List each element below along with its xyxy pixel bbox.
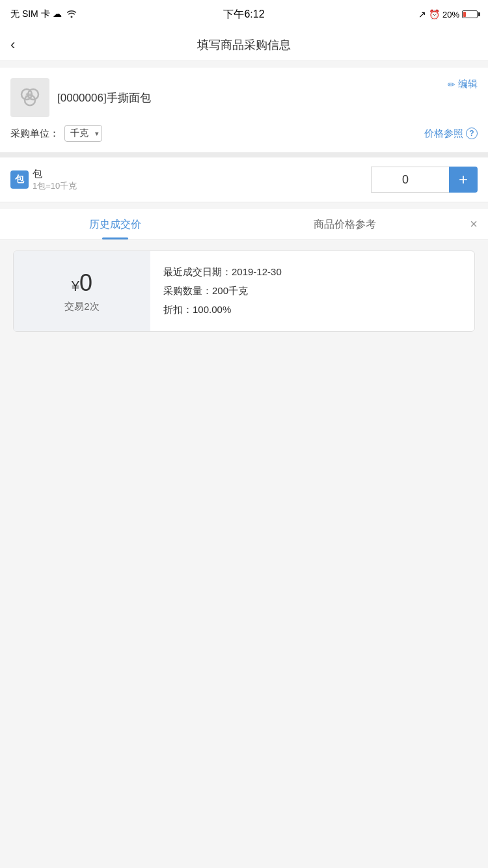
wifi-icon	[66, 9, 77, 20]
product-header: 貂 [0000006]手撕面包 ✏ 编辑	[10, 78, 478, 117]
price-ref-button[interactable]: 价格参照 ?	[424, 128, 478, 140]
back-button[interactable]: ‹	[10, 31, 20, 59]
price-amount: ¥0	[72, 269, 92, 297]
unit-hint: 1包=10千克	[33, 180, 77, 192]
recent-date-row: 最近成交日期：2019-12-30	[163, 266, 461, 278]
tabs-container: 历史成交价 商品价格参考 ×	[0, 209, 488, 240]
edit-icon: ✏	[448, 79, 455, 90]
unit-select[interactable]: 千克	[64, 125, 102, 142]
unit-badge: 包	[10, 170, 29, 189]
sim-label: 无 SIM 卡 ☁	[10, 8, 62, 20]
thin-divider	[0, 202, 488, 202]
svg-text:貂: 貂	[25, 92, 31, 98]
product-thumbnail: 貂	[10, 78, 49, 117]
status-right: ↗ ⏰ 20%	[418, 9, 478, 20]
price-left-panel: ¥0 交易2次	[14, 251, 150, 331]
quantity-plus-button[interactable]: +	[449, 167, 478, 193]
quantity-row: 包 包 1包=10千克 +	[0, 157, 488, 202]
unit-select-wrapper[interactable]: 千克	[64, 125, 102, 142]
edit-button[interactable]: ✏ 编辑	[448, 78, 478, 90]
price-right-panel: 最近成交日期：2019-12-30 采购数量：200千克 折扣：100.00%	[150, 251, 474, 331]
product-info: 貂 [0000006]手撕面包	[10, 78, 437, 117]
status-bar: 无 SIM 卡 ☁ 下午6:12 ↗ ⏰ 20%	[0, 0, 488, 29]
quantity-input-row: +	[371, 167, 478, 193]
product-name: [0000006]手撕面包	[57, 90, 151, 105]
price-card: ¥0 交易2次 最近成交日期：2019-12-30 采购数量：200千克 折扣：…	[13, 251, 475, 332]
tab-close-button[interactable]: ×	[459, 210, 488, 239]
alarm-icon: ⏰	[429, 9, 440, 20]
quantity-input[interactable]	[371, 167, 449, 193]
quantity-label: 包 包 1包=10千克	[10, 168, 77, 192]
main-content: 历史成交价 商品价格参考 × ¥0 交易2次 最近成交日期：2019-12-30…	[0, 209, 488, 664]
section-divider	[0, 152, 488, 157]
location-icon: ↗	[418, 9, 426, 20]
battery-icon	[462, 10, 478, 18]
help-icon: ?	[466, 128, 478, 139]
currency-symbol: ¥	[72, 278, 79, 294]
status-left: 无 SIM 卡 ☁	[10, 8, 77, 20]
time-display: 下午6:12	[223, 8, 264, 21]
discount-row: 折扣：100.00%	[163, 304, 461, 316]
unit-label: 采购单位： 千克	[10, 125, 102, 142]
trade-count: 交易2次	[64, 301, 99, 313]
battery-percent: 20%	[442, 10, 459, 20]
unit-row: 采购单位： 千克 价格参照 ?	[10, 125, 478, 142]
nav-bar: ‹ 填写商品采购信息	[0, 29, 488, 61]
unit-name: 包	[33, 168, 77, 180]
tab-history-price[interactable]: 历史成交价	[0, 209, 230, 239]
tab-price-ref[interactable]: 商品价格参考	[230, 209, 459, 239]
tabs-row: 历史成交价 商品价格参考 ×	[0, 209, 488, 239]
product-card: 貂 [0000006]手撕面包 ✏ 编辑 采购单位： 千克 价格参照 ?	[0, 68, 488, 152]
purchase-qty-row: 采购数量：200千克	[163, 285, 461, 297]
page-title: 填写商品采购信息	[197, 37, 291, 53]
